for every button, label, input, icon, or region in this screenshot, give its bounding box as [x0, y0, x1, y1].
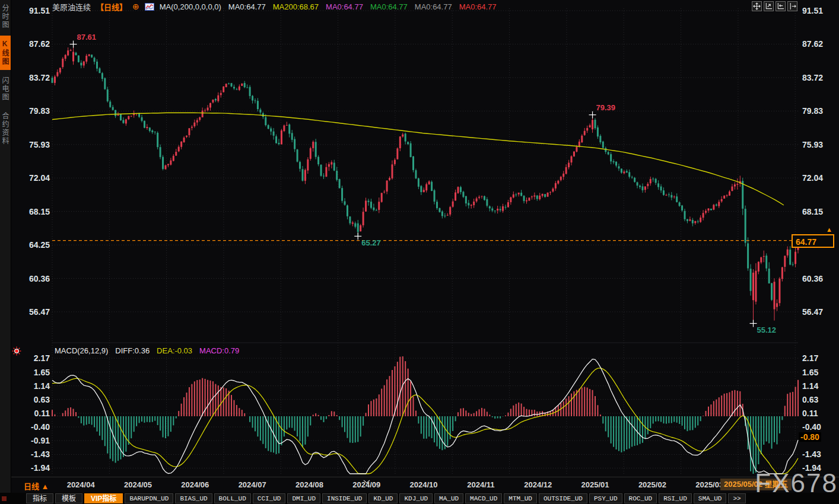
price-axis-label: 72.04 [802, 173, 823, 183]
price-axis-label: 87.62 [19, 39, 50, 49]
macd-axis-label: -1.94 [19, 463, 50, 473]
ma-token-2: MA200:68.67 [273, 2, 319, 11]
macd-axis-label: 1.65 [802, 368, 818, 377]
toolbar-button-CCI_UD[interactable]: CCI_UD [253, 493, 286, 503]
alert-icon[interactable] [12, 346, 21, 358]
price-axis-label: 56.47 [19, 307, 50, 317]
sidebar-tab-合约资料[interactable]: 合约资料 [0, 108, 11, 149]
ma200-line [52, 113, 784, 205]
macd-dea-line [52, 368, 798, 474]
chart-tool-icons [752, 1, 797, 11]
price-axis-label: 79.83 [19, 106, 50, 116]
x-axis-label: 2024/04 [57, 480, 104, 489]
macd-axis-label: 2.17 [802, 353, 818, 363]
x-axis-label: 2024/12 [514, 480, 562, 489]
macd-axis-label: 0.11 [802, 409, 818, 418]
price-axis-label: 91.51 [802, 6, 823, 15]
macd-macd-value: MACD:0.79 [199, 346, 239, 355]
toolbar-button-INSIDE_UD[interactable]: INSIDE_UD [322, 493, 367, 503]
period-selector[interactable]: 日线 ▲ [24, 480, 49, 492]
toolbar-button-SMA_UD[interactable]: SMA_UD [694, 493, 727, 503]
price-axis-label: 91.51 [19, 6, 50, 15]
current-price-badge: 64.77 [792, 234, 834, 248]
sidebar-tab-闪电图[interactable]: 闪电图 [0, 72, 11, 106]
toolbar-button-DMI_UD[interactable]: DMI_UD [287, 493, 320, 503]
extreme-price-label: 79.39 [596, 103, 616, 112]
toolbar-button-KDJ_UD[interactable]: KDJ_UD [399, 493, 433, 503]
toolbar-button-指标[interactable]: 指标 [26, 493, 53, 503]
sidebar-tab-分时图[interactable]: 分时图 [0, 0, 11, 33]
extreme-price-label: 65.27 [361, 238, 381, 247]
chart-type-sidebar: 分时图K线图闪电图合约资料 [0, 0, 11, 504]
candle-wicks [52, 44, 798, 324]
toolbar-button-MA_UD[interactable]: MA_UD [434, 493, 463, 503]
toolbar-button-RSI_UD[interactable]: RSI_UD [659, 493, 692, 503]
price-axis-label: 56.47 [802, 307, 823, 317]
macd-histogram [52, 356, 798, 474]
x-axis-label: 2024/05 [114, 480, 161, 489]
price-axis-label: 75.93 [802, 140, 823, 149]
app-window: 分时图K线图闪电图合约资料 美原油连续 【日线】 ⊕ MA(0,200,0,0,… [0, 0, 839, 504]
price-axis-label: 79.83 [802, 106, 823, 116]
price-chart-svg [0, 0, 839, 504]
ma-values: MA(0,200,0,0,0,0)MA0:64.77MA200:68.67MA0… [160, 2, 497, 11]
macd-name: MACD(26,12,9) [55, 346, 108, 355]
x-axis-label: 2024/10 [400, 480, 447, 489]
mini-chart-icon [145, 3, 154, 11]
x-axis-label: 2024/11 [457, 480, 504, 489]
macd-axis-label: -0.40 [19, 422, 50, 432]
price-axis-label: 72.04 [19, 173, 50, 183]
price-axis-label: 68.15 [19, 207, 50, 216]
toolbar-button-MACD_UD[interactable]: MACD_UD [465, 493, 502, 503]
price-axis-label: 60.36 [19, 274, 50, 283]
sidebar-tab-K线图[interactable]: K线图 [0, 36, 11, 70]
toolbar-button-BIAS_UD[interactable]: BIAS_UD [175, 493, 212, 503]
toolbar-corner-icon [2, 496, 7, 501]
macd-axis-label: 0.11 [19, 409, 50, 418]
macd-axis-label: 1.14 [19, 381, 50, 391]
toolbar-button-OUTSIDE_UD[interactable]: OUTSIDE_UD [539, 493, 587, 503]
price-axis-label: 64.25 [19, 240, 50, 250]
macd-axis-label: -0.40 [802, 422, 821, 432]
price-axis-label: 83.72 [19, 73, 50, 82]
move-tool-icon[interactable] [752, 1, 762, 11]
axis-shift-right-icon[interactable] [787, 1, 797, 11]
macd-axis-label: 0.63 [802, 395, 818, 404]
toolbar-button-模板[interactable]: 模板 [55, 493, 82, 503]
grid-lines [52, 8, 798, 474]
toolbar-button-BARUPDN_UD[interactable]: BARUPDN_UD [125, 493, 173, 503]
extreme-markers [70, 41, 757, 327]
indicator-toolbar: 指标模板VIP指标BARUPDN_UDBIAS_UDBOLL_UDCCI_UDD… [0, 493, 839, 504]
toolbar-button-KD_UD[interactable]: KD_UD [368, 493, 398, 503]
extreme-price-label: 55.12 [757, 326, 776, 334]
ma-token-3: MA0:64.77 [326, 2, 363, 11]
axis-shift-left-icon[interactable] [776, 1, 786, 11]
x-axis-label: 2024/07 [228, 480, 276, 489]
price-axis-label: 87.62 [802, 39, 823, 49]
add-indicator-icon[interactable]: ⊕ [132, 3, 139, 10]
macd-diff-value: DIFF:0.36 [115, 346, 150, 355]
ma-token-5: MA0:64.77 [415, 2, 452, 11]
macd-diff-line [52, 359, 798, 474]
x-axis-label: 2025/01 [571, 480, 619, 489]
macd-axis-label: 1.65 [19, 368, 50, 377]
macd-axis-label: 1.14 [802, 381, 818, 391]
price-axis-label: 68.15 [802, 207, 823, 216]
toolbar-button-BOLL_UD[interactable]: BOLL_UD [214, 493, 251, 503]
ma-token-0: MA(0,200,0,0,0,0) [160, 2, 221, 11]
price-axis-label: 75.93 [19, 140, 50, 149]
price-axis-label: 83.72 [802, 73, 823, 82]
toolbar-button-VIP指标[interactable]: VIP指标 [84, 493, 123, 503]
watermark: FX678 [755, 468, 838, 498]
chart-header: 美原油连续 【日线】 ⊕ MA(0,200,0,0,0,0)MA0:64.77M… [52, 2, 497, 11]
extreme-price-label: 87.61 [77, 33, 97, 42]
macd-axis-label: 2.17 [19, 353, 50, 363]
axis-scale-icon[interactable] [764, 1, 774, 11]
toolbar-button->>[interactable]: >> [728, 493, 745, 503]
price-axis-label: 60.36 [802, 274, 823, 283]
macd-axis-badge: -0.80 [799, 432, 821, 442]
toolbar-button-MTM_UD[interactable]: MTM_UD [504, 493, 537, 503]
toolbar-button-ROC_UD[interactable]: ROC_UD [624, 493, 657, 503]
macd-axis-label: -1.43 [19, 449, 50, 459]
toolbar-button-PSY_UD[interactable]: PSY_UD [589, 493, 622, 503]
